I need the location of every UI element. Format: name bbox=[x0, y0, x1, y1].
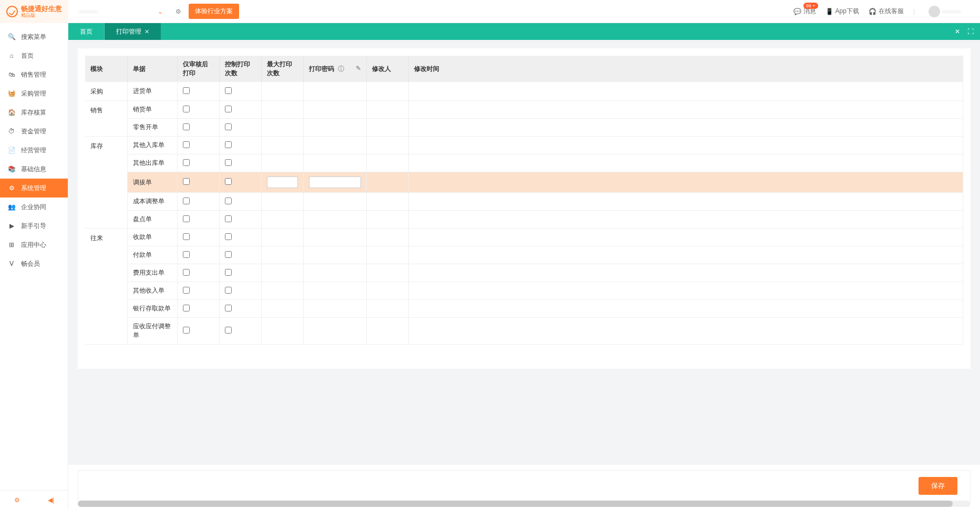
limit-checkbox[interactable] bbox=[225, 198, 232, 204]
col-max: 最大打印次数 bbox=[261, 56, 303, 82]
audited-cell bbox=[177, 119, 219, 137]
table-row: 库存其他入库单 bbox=[85, 137, 963, 154]
limit-cell bbox=[219, 154, 261, 172]
pwd-cell bbox=[303, 211, 366, 228]
tab-close-icon[interactable]: ✕ bbox=[145, 28, 149, 35]
limit-checkbox[interactable] bbox=[225, 287, 232, 294]
audited-checkbox[interactable] bbox=[183, 269, 190, 276]
editor-cell bbox=[366, 228, 408, 246]
doc-cell: 成本调整单 bbox=[127, 193, 177, 211]
audited-checkbox[interactable] bbox=[183, 233, 190, 240]
audited-checkbox[interactable] bbox=[183, 198, 190, 204]
tab-close-all-icon[interactable]: ✕ bbox=[955, 28, 960, 35]
limit-checkbox[interactable] bbox=[225, 178, 232, 185]
phone-icon: 📱 bbox=[826, 8, 833, 15]
table-row: 应收应付调整单 bbox=[85, 318, 963, 345]
audited-checkbox[interactable] bbox=[183, 106, 190, 112]
tab-0[interactable]: 首页 bbox=[68, 23, 105, 40]
save-button[interactable]: 保存 bbox=[919, 477, 957, 495]
audited-checkbox[interactable] bbox=[183, 327, 190, 334]
limit-checkbox[interactable] bbox=[225, 251, 232, 258]
sidebar-bottom-collapse[interactable]: ◀| bbox=[34, 491, 68, 509]
footer-bar: 保存 bbox=[78, 470, 971, 501]
sidebar-item-label: 系统管理 bbox=[21, 184, 46, 193]
module-cell: 采购 bbox=[85, 82, 127, 101]
time-cell bbox=[408, 154, 963, 172]
time-cell bbox=[408, 82, 963, 101]
time-cell bbox=[408, 246, 963, 264]
limit-checkbox[interactable] bbox=[225, 141, 232, 148]
sidebar-item-guide[interactable]: ▶新手引导 bbox=[0, 216, 68, 235]
max-cell bbox=[261, 246, 303, 264]
limit-checkbox[interactable] bbox=[225, 269, 232, 276]
max-count-input[interactable] bbox=[267, 176, 298, 188]
module-cell: 往来 bbox=[85, 228, 127, 345]
sidebar-item-finance[interactable]: ⏱资金管理 bbox=[0, 122, 68, 141]
limit-checkbox[interactable] bbox=[225, 123, 232, 130]
sidebar: 🔍搜索菜单⌂首页🛍销售管理🧺采购管理🏠库存核算⏱资金管理📄经营管理📚基础信息⚙系… bbox=[0, 23, 68, 509]
audited-checkbox[interactable] bbox=[183, 305, 190, 311]
sidebar-item-home[interactable]: ⌂首页 bbox=[0, 46, 68, 65]
app-download-button[interactable]: 📱 App下载 bbox=[826, 7, 859, 16]
limit-checkbox[interactable] bbox=[225, 106, 232, 112]
settings-icon[interactable]: ⚙ bbox=[176, 8, 181, 15]
limit-cell bbox=[219, 282, 261, 300]
max-cell bbox=[261, 101, 303, 119]
edit-column-icon[interactable]: ✎ bbox=[356, 65, 361, 72]
brand-name: 畅捷通好生意 bbox=[21, 5, 62, 12]
audited-checkbox[interactable] bbox=[183, 141, 190, 148]
sidebar-item-stock[interactable]: 🏠库存核算 bbox=[0, 103, 68, 122]
sidebar-item-sales[interactable]: 🛍销售管理 bbox=[0, 65, 68, 84]
pwd-cell bbox=[303, 282, 366, 300]
limit-checkbox[interactable] bbox=[225, 305, 232, 311]
limit-checkbox[interactable] bbox=[225, 215, 232, 222]
sidebar-item-label: 基础信息 bbox=[21, 165, 46, 174]
audited-checkbox[interactable] bbox=[183, 178, 190, 185]
editor-cell bbox=[366, 82, 408, 101]
limit-checkbox[interactable] bbox=[225, 233, 232, 240]
coop-icon: 👥 bbox=[7, 203, 16, 211]
time-cell bbox=[408, 193, 963, 211]
max-cell bbox=[261, 137, 303, 154]
sidebar-item-purchase[interactable]: 🧺采购管理 bbox=[0, 84, 68, 103]
pwd-cell bbox=[303, 101, 366, 119]
sidebar-item-biz[interactable]: 📄经营管理 bbox=[0, 141, 68, 160]
sidebar-item-sys[interactable]: ⚙系统管理 bbox=[0, 179, 68, 198]
time-cell bbox=[408, 137, 963, 154]
sidebar-item-vip[interactable]: Ⅴ畅会员 bbox=[0, 254, 68, 273]
account-switcher[interactable]: ——— ⌄ bbox=[79, 8, 168, 15]
editor-cell bbox=[366, 300, 408, 318]
audited-checkbox[interactable] bbox=[183, 159, 190, 166]
audited-checkbox[interactable] bbox=[183, 87, 190, 94]
sidebar-item-apps[interactable]: ⊞应用中心 bbox=[0, 235, 68, 254]
module-cell: 销售 bbox=[85, 101, 127, 137]
password-input[interactable] bbox=[309, 176, 361, 188]
audited-checkbox[interactable] bbox=[183, 123, 190, 130]
scrollbar-thumb[interactable] bbox=[78, 501, 953, 507]
limit-checkbox[interactable] bbox=[225, 159, 232, 166]
audited-checkbox[interactable] bbox=[183, 287, 190, 294]
tab-1[interactable]: 打印管理✕ bbox=[105, 23, 161, 40]
audited-checkbox[interactable] bbox=[183, 215, 190, 222]
base-icon: 📚 bbox=[7, 165, 16, 173]
doc-cell: 费用支出单 bbox=[127, 264, 177, 282]
industry-plan-button[interactable]: 体验行业方案 bbox=[189, 4, 239, 19]
col-module: 模块 bbox=[85, 56, 127, 82]
limit-checkbox[interactable] bbox=[225, 327, 232, 334]
audited-cell bbox=[177, 246, 219, 264]
help-icon[interactable]: ⓘ bbox=[338, 65, 344, 72]
audited-checkbox[interactable] bbox=[183, 251, 190, 258]
sidebar-bottom-settings[interactable]: ⚙ bbox=[0, 491, 34, 509]
horizontal-scrollbar[interactable] bbox=[78, 501, 971, 507]
online-service-button[interactable]: 🎧 在线客服 bbox=[869, 7, 904, 16]
fullscreen-icon[interactable]: ⛶ bbox=[967, 28, 974, 35]
user-menu[interactable]: ——— bbox=[924, 6, 974, 17]
sidebar-item-search[interactable]: 🔍搜索菜单 bbox=[0, 27, 68, 46]
table-row: 零售开单 bbox=[85, 119, 963, 137]
col-password: 打印密码 ⓘ ✎ bbox=[303, 56, 366, 82]
sidebar-item-base[interactable]: 📚基础信息 bbox=[0, 160, 68, 179]
sidebar-item-coop[interactable]: 👥企业协同 bbox=[0, 198, 68, 216]
messages-button[interactable]: 💬 消息 99 + bbox=[793, 7, 816, 16]
limit-checkbox[interactable] bbox=[225, 87, 232, 94]
max-cell bbox=[261, 282, 303, 300]
